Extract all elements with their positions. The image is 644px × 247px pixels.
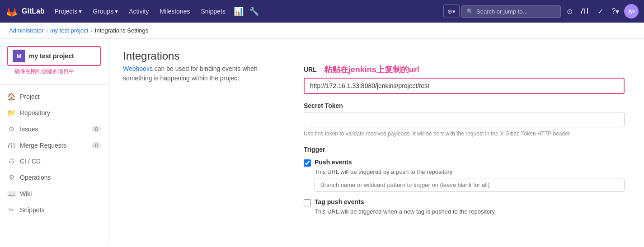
sidebar-label-snippets: Snippets [20,206,44,214]
branch-filter-input[interactable] [315,178,625,192]
nav-help-icon[interactable]: ? ▾ [609,5,622,18]
sidebar-label-repository: Repository [20,109,50,117]
breadcrumb-current: Integrations Settings [95,27,149,34]
sidebar: M my test project 确保在刚刚创建的项目中 🏠 Project … [0,39,108,245]
sidebar-item-repository[interactable]: 📁 Repository [0,105,108,121]
webhooks-link[interactable]: Webhooks [123,65,153,72]
repository-icon: 📁 [7,109,15,117]
breadcrumb: Administrator › my test project › Integr… [0,23,644,39]
url-label: URL [304,66,317,73]
push-events-item: Push events This URL will be triggered b… [304,158,625,192]
nav-activity[interactable]: Activity [124,5,153,18]
token-input[interactable] [304,112,625,127]
sidebar-item-merge-requests[interactable]: ⛙ Merge Requests 0 [0,137,108,153]
tag-push-desc: This URL will be triggered when a new ta… [304,208,625,215]
breadcrumb-sep2: › [90,27,92,34]
nav-snippets[interactable]: Snippets [196,5,230,18]
sidebar-label-project: Project [20,93,40,100]
nav-merge-requests-icon[interactable]: ⛙ [578,5,592,18]
token-label: Secret Token [304,102,625,109]
breadcrumb-admin[interactable]: Administrator [9,27,44,34]
nav-graph-icon[interactable]: 📊 [232,5,245,18]
breadcrumb-sep1: › [46,27,48,34]
webhooks-description: Webhooks can be used for binding events … [123,64,277,83]
main-content: Integrations Webhooks can be used for bi… [108,39,644,245]
push-events-desc: This URL will be triggered by a push to … [304,168,625,175]
project-name-label: my test project [29,52,74,60]
sidebar-label-ci-cd: CI / CD [20,158,41,165]
breadcrumb-project[interactable]: my test project [50,27,89,34]
issues-icon: ⊙ [7,125,15,133]
gitlab-logo[interactable]: GitLab [5,5,45,18]
issues-badge: 0 [92,126,101,132]
push-events-checkbox[interactable] [304,159,311,167]
nav-todos-icon[interactable]: ✓ [593,5,607,18]
sidebar-item-snippets[interactable]: ✂ Snippets [0,202,108,218]
sidebar-item-issues[interactable]: ⊙ Issues 0 [0,121,108,137]
sidebar-item-ci-cd[interactable]: ♺ CI / CD [0,153,108,169]
top-navigation: GitLab Projects ▾ Groups ▾ Activity Mile… [0,0,644,23]
nav-groups[interactable]: Groups ▾ [88,5,122,18]
ci-cd-icon: ♺ [7,157,15,165]
operations-icon: ⚙ [7,173,15,182]
left-description: Webhooks can be used for binding events … [123,64,277,221]
token-hint: Use this token to validate received payl… [304,130,625,138]
sidebar-project-header: M my test project 确保在刚刚创建的项目中 [0,42,108,85]
trigger-label: Trigger [304,146,625,153]
nav-projects[interactable]: Projects ▾ [50,5,87,18]
tag-push-checkbox[interactable] [304,199,311,206]
nav-milestones[interactable]: Milestones [155,5,195,18]
wiki-icon: 📖 [7,190,15,198]
url-group: URL 粘贴在jenkins上复制的url [304,64,625,94]
merge-badge: 0 [92,142,101,149]
url-annotation: 粘贴在jenkins上复制的url [324,64,419,75]
sidebar-item-wiki[interactable]: 📖 Wiki [0,186,108,202]
new-item-button[interactable]: ⊕ ▾ [443,5,460,18]
search-icon: 🔍 [466,8,474,15]
sidebar-item-project[interactable]: 🏠 Project [0,89,108,105]
gitlab-logo-text: GitLab [22,7,45,15]
sidebar-label-wiki: Wiki [20,190,32,197]
sidebar-label-issues: Issues [20,126,38,133]
integrations-form: URL 粘贴在jenkins上复制的url Secret Token Use t… [304,64,625,221]
sidebar-label-merge-requests: Merge Requests [20,142,66,149]
tag-push-events-item: Tag push events This URL will be trigger… [304,198,625,215]
project-icon: 🏠 [7,93,15,101]
token-group: Secret Token Use this token to validate … [304,102,625,138]
search-input[interactable] [476,8,556,15]
snippets-icon: ✂ [7,206,15,214]
page-title: Integrations [123,50,630,62]
merge-requests-icon: ⛙ [7,141,15,149]
project-avatar: M [13,50,25,62]
trigger-section: Trigger Push events This URL will be tri… [304,146,625,215]
url-input[interactable] [304,78,625,94]
sidebar-item-operations[interactable]: ⚙ Operations [0,169,108,186]
nav-issues-icon[interactable]: ⊙ [563,5,576,18]
project-selector[interactable]: M my test project [7,46,101,66]
tag-push-label[interactable]: Tag push events [315,198,364,205]
user-avatar[interactable]: A ▾ [624,4,639,19]
push-events-label[interactable]: Push events [315,158,352,166]
nav-wrench-icon[interactable]: 🔧 [247,5,261,18]
sidebar-annotation: 确保在刚刚创建的项目中 [7,66,101,79]
search-container[interactable]: 🔍 [461,5,561,18]
sidebar-label-operations: Operations [20,174,51,181]
